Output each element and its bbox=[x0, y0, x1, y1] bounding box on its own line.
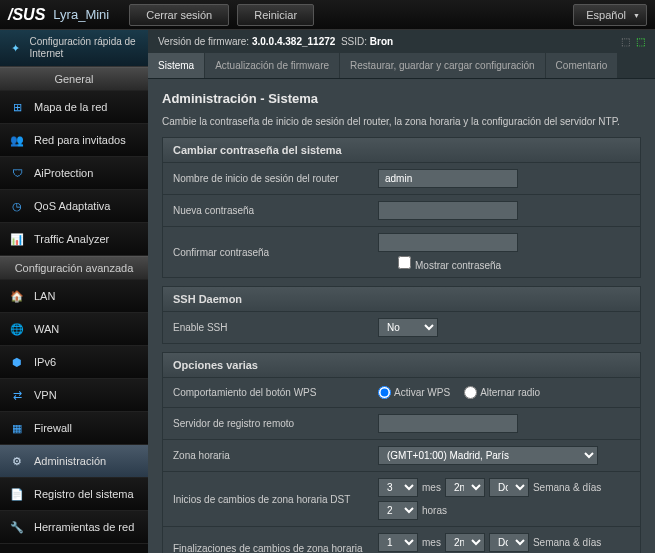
dst-start-day[interactable]: Dom bbox=[489, 478, 529, 497]
enable-ssh-select[interactable]: No bbox=[378, 318, 438, 337]
language-selector[interactable]: Español bbox=[573, 4, 647, 26]
section-advanced: Configuración avanzada bbox=[0, 256, 148, 280]
login-name-label: Nombre de inicio de sesión del router bbox=[173, 173, 378, 184]
guest-icon: 👥 bbox=[8, 131, 26, 149]
network-status-icon[interactable]: ⬚ bbox=[636, 36, 645, 47]
confirm-password-label: Confirmar contraseña bbox=[173, 247, 378, 258]
new-password-input[interactable] bbox=[378, 201, 518, 220]
dst-end-week[interactable]: 2nd bbox=[445, 533, 485, 552]
group-password-header: Cambiar contraseña del sistema bbox=[162, 137, 641, 163]
dst-start-hour[interactable]: 2 bbox=[378, 501, 418, 520]
reboot-button[interactable]: Reiniciar bbox=[237, 4, 314, 26]
nav-system-log[interactable]: 📄Registro del sistema bbox=[0, 478, 148, 511]
ssid-value: Bron bbox=[370, 36, 393, 47]
page-title: Administración - Sistema bbox=[162, 91, 641, 106]
content-area: Versión de firmware: 3.0.0.4.382_11272 S… bbox=[148, 30, 655, 553]
remote-log-label: Servidor de registro remoto bbox=[173, 418, 378, 429]
timezone-label: Zona horaria bbox=[173, 450, 378, 461]
network-icon: ⊞ bbox=[8, 98, 26, 116]
confirm-password-input[interactable] bbox=[378, 233, 518, 252]
quick-setup-button[interactable]: ✦ Configuración rápida de Internet bbox=[0, 30, 148, 67]
wps-toggle-radio-option[interactable]: Alternar radio bbox=[464, 386, 540, 399]
nav-guest-network[interactable]: 👥Red para invitados bbox=[0, 124, 148, 157]
tab-system[interactable]: Sistema bbox=[148, 53, 205, 78]
enable-ssh-label: Enable SSH bbox=[173, 322, 378, 333]
usb-status-icon[interactable]: ⬚ bbox=[621, 36, 630, 47]
magic-wand-icon: ✦ bbox=[8, 38, 23, 58]
nav-firewall[interactable]: ▦Firewall bbox=[0, 412, 148, 445]
nav-wan[interactable]: 🌐WAN bbox=[0, 313, 148, 346]
tools-icon: 🔧 bbox=[8, 518, 26, 536]
nav-administration[interactable]: ⚙Administración bbox=[0, 445, 148, 478]
page-description: Cambie la contraseña de inicio de sesión… bbox=[162, 116, 641, 127]
dst-start-label: Inicios de cambios de zona horaria DST bbox=[173, 494, 378, 505]
log-icon: 📄 bbox=[8, 485, 26, 503]
group-misc-header: Opciones varias bbox=[162, 352, 641, 378]
nav-aiprotection[interactable]: 🛡AiProtection bbox=[0, 157, 148, 190]
tab-firmware-upgrade[interactable]: Actualización de firmware bbox=[205, 53, 340, 78]
timezone-select[interactable]: (GMT+01:00) Madrid, París bbox=[378, 446, 598, 465]
nav-network-tools[interactable]: 🔧Herramientas de red bbox=[0, 511, 148, 544]
section-general: General bbox=[0, 67, 148, 91]
dst-start-month[interactable]: 3 bbox=[378, 478, 418, 497]
globe-icon: 🌐 bbox=[8, 320, 26, 338]
brand-logo: /SUS bbox=[8, 6, 45, 24]
nav-vpn[interactable]: ⇄VPN bbox=[0, 379, 148, 412]
tab-restore[interactable]: Restaurar, guardar y cargar configuració… bbox=[340, 53, 546, 78]
remote-log-input[interactable] bbox=[378, 414, 518, 433]
show-password-checkbox[interactable] bbox=[398, 256, 411, 269]
model-name: Lyra_Mini bbox=[53, 7, 109, 22]
wps-behavior-label: Comportamiento del botón WPS bbox=[173, 387, 378, 398]
tab-feedback[interactable]: Comentario bbox=[546, 53, 619, 78]
firmware-version: 3.0.0.4.382_11272 bbox=[252, 36, 335, 47]
dst-end-day[interactable]: Dom bbox=[489, 533, 529, 552]
login-name-input[interactable] bbox=[378, 169, 518, 188]
nav-network-map[interactable]: ⊞Mapa de la red bbox=[0, 91, 148, 124]
vpn-icon: ⇄ bbox=[8, 386, 26, 404]
nav-ipv6[interactable]: ⬢IPv6 bbox=[0, 346, 148, 379]
dst-start-week[interactable]: 2nd bbox=[445, 478, 485, 497]
show-password-label: Mostrar contraseña bbox=[415, 260, 501, 271]
gauge-icon: ◷ bbox=[8, 197, 26, 215]
chart-icon: 📊 bbox=[8, 230, 26, 248]
firewall-icon: ▦ bbox=[8, 419, 26, 437]
firmware-bar: Versión de firmware: 3.0.0.4.382_11272 S… bbox=[148, 30, 655, 53]
nav-traffic-analyzer[interactable]: 📊Traffic Analyzer bbox=[0, 223, 148, 256]
dst-end-month[interactable]: 1 bbox=[378, 533, 418, 552]
wps-activate-option[interactable]: Activar WPS bbox=[378, 386, 450, 399]
tabs: Sistema Actualización de firmware Restau… bbox=[148, 53, 655, 79]
new-password-label: Nueva contraseña bbox=[173, 205, 378, 216]
nav-qos[interactable]: ◷QoS Adaptativa bbox=[0, 190, 148, 223]
house-icon: 🏠 bbox=[8, 287, 26, 305]
nav-lan[interactable]: 🏠LAN bbox=[0, 280, 148, 313]
gear-icon: ⚙ bbox=[8, 452, 26, 470]
logout-button[interactable]: Cerrar sesión bbox=[129, 4, 229, 26]
quick-setup-label: Configuración rápida de Internet bbox=[29, 36, 140, 60]
dst-end-label: Finalizaciones de cambios de zona horari… bbox=[173, 543, 378, 553]
group-ssh-header: SSH Daemon bbox=[162, 286, 641, 312]
sidebar: ✦ Configuración rápida de Internet Gener… bbox=[0, 30, 148, 553]
shield-icon: 🛡 bbox=[8, 164, 26, 182]
ipv6-icon: ⬢ bbox=[8, 353, 26, 371]
